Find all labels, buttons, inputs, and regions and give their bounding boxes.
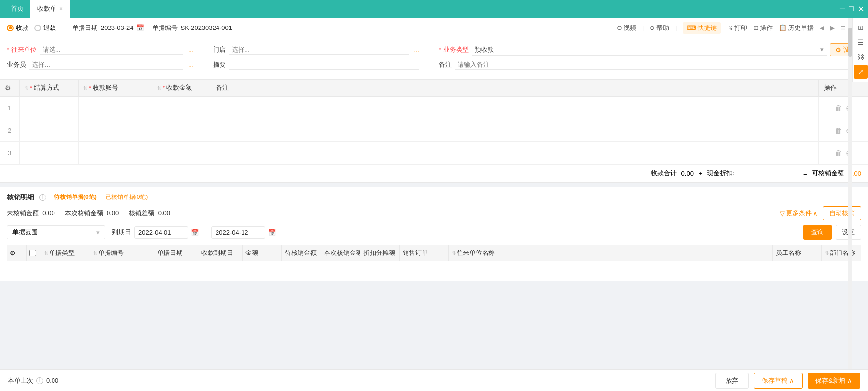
shop-more-icon[interactable]: ...: [414, 46, 419, 54]
carry-info-icon[interactable]: i: [36, 377, 43, 384]
calendar-end-icon[interactable]: 📅: [268, 229, 276, 236]
window-maximize-btn[interactable]: □: [849, 4, 854, 13]
sidebar-table-icon[interactable]: ⊞: [854, 21, 868, 34]
nav-prev-icon[interactable]: ◀: [819, 24, 824, 31]
remark-input[interactable]: [455, 60, 861, 70]
nav-next-icon[interactable]: ▶: [830, 24, 835, 31]
btcol-settings[interactable]: ⚙: [7, 245, 27, 261]
calendar-icon[interactable]: 📅: [136, 24, 144, 31]
verification-section: 核销明细 i 待核销单据(0笔) 已核销单据(0笔) 未核销金额 0.00 本次…: [0, 187, 868, 281]
business-type-select[interactable]: 预收款 ▾: [472, 44, 827, 56]
query-btn[interactable]: 查询: [803, 225, 832, 240]
date-value[interactable]: 2023-03-24: [101, 24, 134, 31]
btcol-type: ⇅ 单据类型: [41, 245, 90, 261]
uncancelled-stat: 未核销金额 0.00: [7, 209, 55, 218]
history-btn[interactable]: 📋 历史单据: [779, 24, 814, 32]
range-selector[interactable]: 单据范围 ▾: [7, 225, 105, 239]
print-btn[interactable]: 🖨 打印: [727, 24, 747, 32]
save-btn[interactable]: 保存&新增 ∧: [808, 373, 860, 389]
window-minimize-btn[interactable]: ─: [840, 4, 845, 13]
shop-input[interactable]: [229, 45, 409, 55]
history-label: 历史单据: [788, 24, 814, 32]
table-header: ⚙ ⇅ * 结算方式 ⇅ * 收款账号 ⇅ * 收款金额 备注 操作: [0, 79, 868, 97]
window-close-btn[interactable]: ✕: [858, 4, 864, 14]
payment-type-radio: 收款 退款: [7, 24, 56, 32]
more-conditions-btn[interactable]: ▽ 更多条件 ∧: [780, 209, 818, 218]
bt-check-all[interactable]: [29, 250, 36, 256]
help-btn[interactable]: ⊙ 帮助: [650, 24, 669, 32]
row2-amount[interactable]: [152, 119, 211, 141]
staff-input[interactable]: [29, 60, 183, 70]
draft-btn[interactable]: 保存草稿 ∧: [754, 373, 803, 389]
calendar-start-icon[interactable]: 📅: [191, 229, 199, 236]
row3-settlement[interactable]: [20, 142, 79, 164]
btcol-pending: 待核销金额: [282, 245, 321, 261]
btcol-check[interactable]: [27, 245, 41, 261]
row1-remark[interactable]: [211, 97, 819, 119]
summary-input[interactable]: [229, 60, 419, 70]
row1-amount[interactable]: [152, 97, 211, 119]
row1-account[interactable]: [79, 97, 152, 119]
account-sort-icon[interactable]: ⇅: [83, 85, 87, 91]
row2-settlement[interactable]: [20, 119, 79, 141]
layout-icon[interactable]: ≡: [841, 24, 845, 32]
amount-sort-icon[interactable]: ⇅: [157, 85, 161, 91]
video-icon: ⊙: [617, 24, 622, 31]
date-end-input[interactable]: [211, 226, 265, 239]
sidebar-list-icon[interactable]: ☰: [854, 35, 868, 49]
tab-close-icon[interactable]: ×: [59, 0, 63, 18]
footer-left: 本单上次 i 0.00: [8, 376, 58, 385]
row3-amount[interactable]: [152, 142, 211, 164]
draft-chevron-icon: ∧: [789, 377, 794, 384]
due-label: 到期日: [112, 228, 131, 237]
tab-current[interactable]: 收款单 ×: [30, 0, 70, 18]
verify-info-icon[interactable]: i: [39, 194, 46, 201]
remark-field: 备注: [439, 60, 861, 70]
sidebar-link-icon[interactable]: ⛓: [854, 50, 868, 64]
bt-dept-sort-icon[interactable]: ⇅: [825, 251, 829, 256]
tab-home[interactable]: 首页: [4, 0, 30, 18]
col-settings[interactable]: ⚙: [0, 80, 20, 96]
operation-btn[interactable]: ⊞ 操作: [753, 24, 773, 32]
row2-remark[interactable]: [211, 119, 819, 141]
current-value: 0.00: [107, 209, 119, 217]
counterpart-more-icon[interactable]: ...: [188, 46, 193, 54]
radio-receive[interactable]: 收款: [7, 24, 28, 32]
main-content: 收款 退款 单据日期 2023-03-24 📅 单据编号 SK-20230324…: [0, 18, 868, 387]
row3-delete-icon[interactable]: 🗑: [835, 149, 842, 157]
remark-label: 备注: [439, 60, 452, 69]
date-label: 单据日期: [72, 24, 98, 32]
row1-actions: 🗑 ⊕: [819, 97, 868, 119]
bt-partner-sort-icon[interactable]: ⇅: [452, 251, 456, 256]
tab-done[interactable]: 已核销单据(0笔): [103, 192, 151, 202]
carry-value: 0.00: [46, 377, 58, 384]
staff-more-icon[interactable]: ...: [188, 61, 193, 69]
summary-field: 摘要: [213, 60, 419, 70]
radio-refund[interactable]: 退款: [34, 24, 56, 32]
discount-input[interactable]: [739, 168, 798, 178]
row2-account[interactable]: [79, 119, 152, 141]
video-btn[interactable]: ⊙ 视频: [617, 24, 636, 32]
row3-remark[interactable]: [211, 142, 819, 164]
row1-settlement[interactable]: [20, 97, 79, 119]
auto-verify-btn[interactable]: 自动核销: [823, 206, 861, 220]
business-type-field: 业务类型 预收款 ▾ ⚙ 设置: [439, 43, 861, 56]
settlement-sort-icon[interactable]: ⇅: [25, 85, 28, 91]
scroll-track[interactable]: [848, 18, 852, 369]
row1-delete-icon[interactable]: 🗑: [835, 104, 842, 112]
sidebar-expand-icon[interactable]: ⤢: [854, 65, 868, 79]
row3-account[interactable]: [79, 142, 152, 164]
shortcut-btn[interactable]: ⌨ 快捷键: [683, 22, 721, 34]
date-separator: —: [202, 229, 208, 236]
tab-pending[interactable]: 待核销单据(0笔): [51, 192, 100, 202]
col-action: 操作: [819, 80, 868, 96]
date-start-input[interactable]: [134, 226, 188, 239]
counterpart-input[interactable]: [40, 45, 183, 55]
bt-number-sort-icon[interactable]: ⇅: [93, 251, 97, 256]
settlement-label: 结算方式: [34, 84, 59, 92]
shop-label: 门店: [213, 45, 226, 54]
discard-btn[interactable]: 放弃: [715, 373, 749, 389]
row2-delete-icon[interactable]: 🗑: [835, 126, 842, 135]
bt-type-sort-icon[interactable]: ⇅: [44, 251, 48, 256]
number-label: 单据编号: [152, 24, 178, 32]
